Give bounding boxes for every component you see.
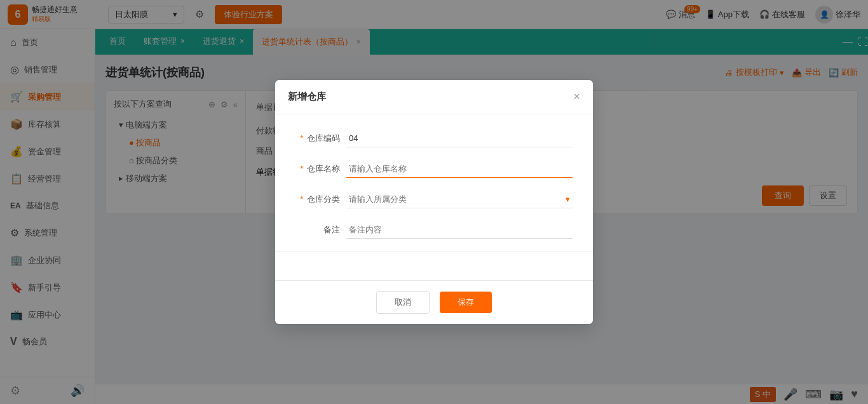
warehouse-name-label: * 仓库名称: [295, 163, 346, 175]
warehouse-category-input[interactable]: [349, 194, 566, 204]
form-row-name: * 仓库名称: [295, 160, 573, 178]
required-mark-code: *: [300, 133, 303, 143]
warehouse-code-input[interactable]: [346, 130, 573, 147]
form-row-code: * 仓库编码: [295, 130, 573, 147]
new-warehouse-modal: 新增仓库 × * 仓库编码 * 仓库名称: [275, 80, 593, 324]
form-row-category: * 仓库分类 ▾: [295, 191, 573, 208]
modal-overlay[interactable]: 新增仓库 × * 仓库编码 * 仓库名称: [0, 0, 868, 404]
modal-title: 新增仓库: [288, 91, 326, 103]
required-mark-name: *: [300, 164, 303, 173]
cancel-button[interactable]: 取消: [376, 291, 430, 314]
modal-close-button[interactable]: ×: [573, 90, 580, 104]
form-row-notes: 备注: [295, 221, 573, 239]
category-dropdown-icon: ▾: [566, 194, 570, 204]
modal-footer: 取消 保存: [275, 280, 593, 324]
warehouse-name-input[interactable]: [346, 160, 573, 178]
save-button[interactable]: 保存: [440, 292, 492, 313]
warehouse-category-select[interactable]: ▾: [346, 191, 573, 208]
warehouse-category-label: * 仓库分类: [295, 194, 346, 205]
modal-divider: [275, 252, 593, 252]
required-mark-category: *: [300, 194, 303, 204]
notes-label: 备注: [295, 224, 346, 236]
warehouse-code-label: * 仓库编码: [295, 133, 346, 144]
modal-body: * 仓库编码 * 仓库名称 * 仓库分类: [275, 114, 593, 280]
notes-input[interactable]: [346, 221, 573, 239]
modal-header: 新增仓库 ×: [275, 80, 593, 114]
